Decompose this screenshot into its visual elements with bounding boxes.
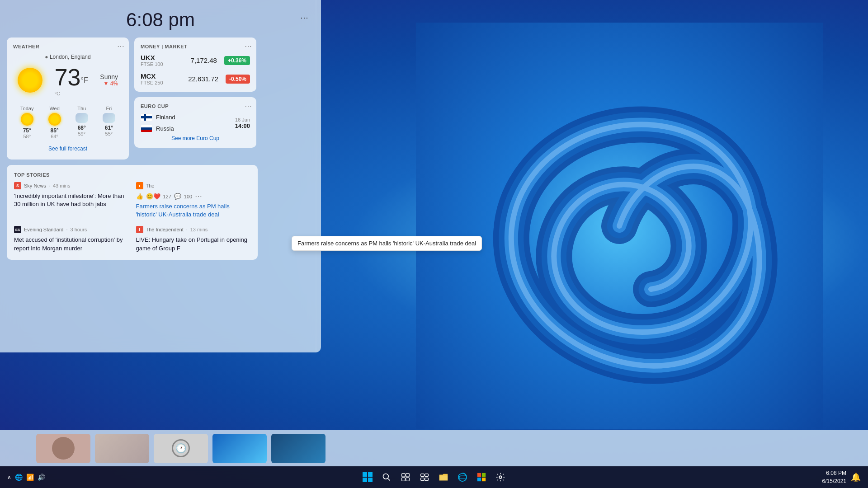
svg-point-5 bbox=[383, 474, 389, 479]
finland-flag bbox=[141, 113, 152, 121]
svg-rect-11 bbox=[421, 474, 425, 477]
story-4-headline: LIVE: Hungary take on Portugal in openin… bbox=[136, 236, 251, 252]
forecast-wed-high: 85° bbox=[48, 127, 61, 134]
weather-change: ▼ 4% bbox=[100, 80, 118, 87]
svg-line-6 bbox=[388, 479, 390, 481]
chevron-up-icon[interactable]: ∧ bbox=[7, 474, 11, 480]
taskbar: ∧ 🌐 📶 🔊 bbox=[0, 466, 868, 488]
story-3-source-name: Evening Standard bbox=[24, 227, 63, 232]
market-mcx-ticker: MCX bbox=[141, 72, 163, 80]
eurocup-link[interactable]: See more Euro Cup bbox=[141, 135, 250, 141]
forecast-fri-low: 55° bbox=[103, 131, 115, 136]
taskbar-right: 6:08 PM 6/15/2021 🔔 bbox=[822, 469, 861, 485]
market-mcx-row: MCX FTSE 250 22,631.72 -0.50% bbox=[141, 72, 250, 85]
settings-button[interactable] bbox=[492, 469, 509, 485]
svg-rect-13 bbox=[421, 478, 425, 481]
right-column: MONEY | MARKET ⋯ UKX FTSE 100 7,172.48 +… bbox=[134, 38, 256, 160]
story-2-source: T The bbox=[136, 182, 251, 189]
svg-rect-15 bbox=[477, 473, 481, 477]
story-item-1[interactable]: S Sky News · 43 mins 'Incredibly importa… bbox=[14, 182, 129, 219]
market-ukx-ticker: UKX bbox=[141, 54, 163, 61]
notification-bell-icon[interactable]: 🔔 bbox=[851, 472, 861, 482]
market-menu-dots[interactable]: ⋯ bbox=[245, 42, 252, 51]
file-explorer-button[interactable] bbox=[435, 469, 452, 485]
story-item-2[interactable]: T The 👍 😊❤️ 127 💬 100 ⋯ Farmers r bbox=[136, 182, 251, 219]
widgets-row-2: TOP STORIES S Sky News · 43 mins 'Incred… bbox=[7, 165, 314, 260]
match-kickoff: 14:00 bbox=[235, 122, 250, 129]
forecast-thu-low: 59° bbox=[75, 131, 88, 136]
taskbar-date: 6/15/2021 bbox=[822, 477, 846, 485]
svg-rect-16 bbox=[482, 473, 486, 477]
story-item-3[interactable]: ES Evening Standard · 3 hours Met accuse… bbox=[14, 226, 129, 252]
search-button[interactable] bbox=[378, 469, 395, 485]
eurocup-menu-dots[interactable]: ⋯ bbox=[245, 102, 252, 110]
wifi-icon[interactable]: 📶 bbox=[26, 474, 34, 481]
comment-count: 100 bbox=[184, 194, 192, 199]
weather-desc: Sunny ▼ 4% bbox=[100, 73, 118, 87]
market-mcx-name: FTSE 250 bbox=[141, 80, 163, 85]
thumb-4[interactable] bbox=[212, 434, 267, 463]
weather-full-forecast-link[interactable]: See full forecast bbox=[13, 145, 123, 152]
top-stories-title: TOP STORIES bbox=[14, 172, 250, 178]
market-mcx-change: -0.50% bbox=[226, 75, 250, 84]
story-2-source-name: The bbox=[146, 183, 155, 188]
widget-panel: ⋯ 6:08 pm WEATHER ⋯ London, England 73°F… bbox=[0, 0, 321, 352]
market-ukx-values: 7,172.48 +0.36% bbox=[191, 56, 250, 65]
svg-rect-4 bbox=[368, 478, 373, 482]
story-3-separator: · bbox=[66, 227, 67, 232]
forecast-fri: Fri 61° 55° bbox=[103, 106, 115, 139]
thumb-1[interactable] bbox=[36, 434, 90, 463]
weather-menu-dots[interactable]: ⋯ bbox=[117, 42, 124, 51]
story-1-source: S Sky News · 43 mins bbox=[14, 182, 129, 189]
weather-forecast: Today 75° 58° Wed 85° 64° Thu 68° bbox=[13, 101, 123, 139]
russia-flag bbox=[141, 125, 152, 132]
taskview-button[interactable] bbox=[416, 469, 433, 485]
forecast-fri-label: Fri bbox=[103, 106, 115, 111]
svg-rect-18 bbox=[482, 478, 486, 481]
market-ukx-value: 7,172.48 bbox=[191, 56, 217, 64]
like-emoji: 😊❤️ bbox=[146, 193, 160, 200]
edge-browser-button[interactable] bbox=[454, 469, 471, 485]
thumb-3[interactable]: 🕐 bbox=[154, 434, 208, 463]
taskbar-time: 6:08 PM bbox=[822, 469, 846, 477]
story-2-link[interactable]: Farmers raise concerns as PM hails 'hist… bbox=[136, 203, 230, 218]
microsoft-store-button[interactable] bbox=[473, 469, 490, 485]
svg-rect-17 bbox=[477, 478, 481, 481]
more-icon[interactable]: ⋯ bbox=[195, 192, 202, 201]
forecast-today-low: 58° bbox=[20, 134, 33, 139]
widgets-button[interactable] bbox=[397, 469, 414, 485]
story-2-reactions: 👍 😊❤️ 127 💬 100 ⋯ bbox=[136, 192, 251, 201]
story-1-source-name: Sky News bbox=[24, 183, 46, 188]
match-team1-name: Finland bbox=[156, 114, 175, 121]
eurocup-widget: EURO CUP ⋯ Finland bbox=[134, 97, 256, 148]
gear-icon bbox=[495, 472, 505, 482]
taskbar-center bbox=[359, 469, 509, 485]
match-team1-row: Finland bbox=[141, 113, 175, 121]
widget-panel-menu[interactable]: ⋯ bbox=[300, 13, 308, 23]
market-mcx-value: 22,631.72 bbox=[188, 75, 218, 83]
thumb-5[interactable] bbox=[271, 434, 326, 463]
weather-location: London, England bbox=[13, 54, 123, 60]
stories-grid: S Sky News · 43 mins 'Incredibly importa… bbox=[14, 182, 250, 253]
story-3-headline: Met accused of 'institutional corruption… bbox=[14, 236, 129, 252]
story-4-source-name: The Independent bbox=[146, 227, 184, 232]
network-icon[interactable]: 🌐 bbox=[15, 474, 23, 481]
evening-standard-icon: ES bbox=[14, 226, 21, 233]
forecast-wed-icon bbox=[48, 113, 61, 126]
widgets-container: WEATHER ⋯ London, England 73°F °C Sunny … bbox=[0, 38, 321, 260]
taskbar-left-area: ∧ 🌐 📶 🔊 bbox=[7, 474, 45, 481]
forecast-thu-high: 68° bbox=[75, 125, 88, 131]
windows-start-button[interactable] bbox=[359, 469, 376, 485]
match-container: Finland Russia bbox=[141, 113, 250, 132]
svg-rect-7 bbox=[402, 474, 406, 477]
story-item-4[interactable]: I The Independent · 13 mins LIVE: Hungar… bbox=[136, 226, 251, 252]
story-3-time: 3 hours bbox=[71, 227, 87, 232]
forecast-thu-icon bbox=[75, 113, 88, 123]
match-time-block: 16 Jun 14:00 bbox=[235, 117, 250, 129]
story-1-time: 43 mins bbox=[53, 183, 71, 188]
taskbar-clock[interactable]: 6:08 PM 6/15/2021 bbox=[822, 469, 846, 485]
volume-icon[interactable]: 🔊 bbox=[38, 474, 45, 481]
forecast-today-high: 75° bbox=[20, 127, 33, 134]
thumb-2[interactable] bbox=[95, 434, 149, 463]
svg-rect-3 bbox=[363, 478, 367, 482]
